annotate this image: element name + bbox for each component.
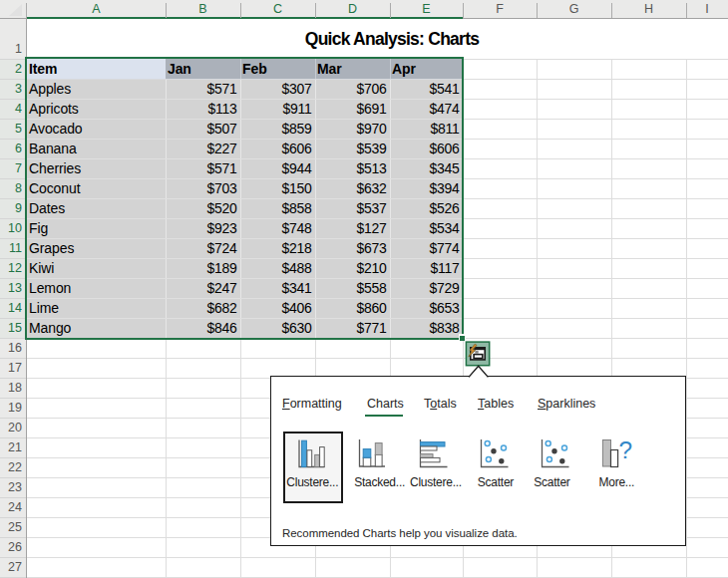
svg-text:?: ? xyxy=(619,436,633,463)
